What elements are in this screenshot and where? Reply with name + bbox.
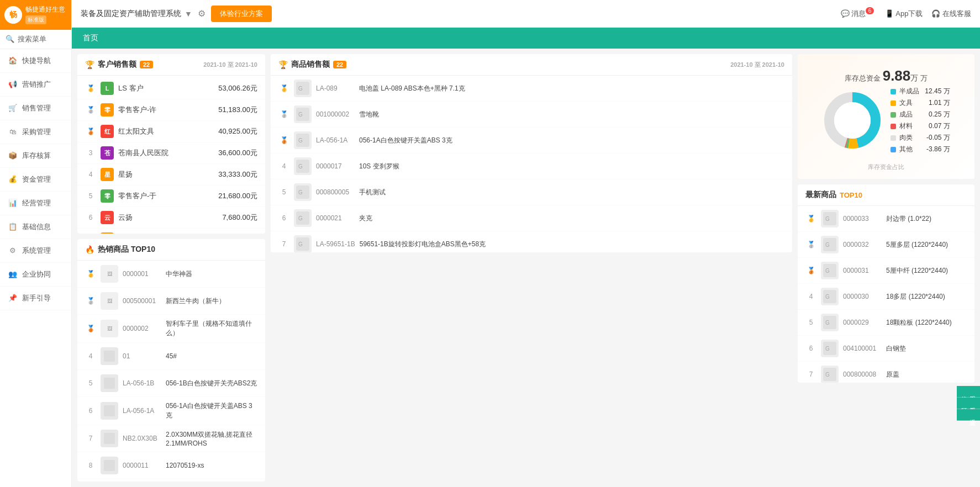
sidebar-item-guide[interactable]: 📌 新手引导 (0, 287, 71, 310)
product-name: 18颗粒板 (1220*2440) (886, 318, 967, 327)
legend-dot (891, 100, 896, 106)
product-code: 004100001 (843, 345, 882, 352)
hot-products-card: 🔥 热销商品 TOP10 🥇 🖼 0000001 中华神器 🥈 🖼 000500… (77, 239, 265, 481)
sidebar-item-basic[interactable]: 📋 基础信息 (0, 215, 71, 239)
sidebar: 畅 畅捷通好生意 标准版 🔍 搜索菜单 🏠 快捷导航📢 营销推广🛒 销售管理🛍 … (0, 0, 72, 487)
rank-num: 3 (85, 149, 96, 157)
legend-item: 肉类 -0.05 万 (891, 133, 950, 142)
product-image: G (294, 80, 312, 97)
quick-nav-icon: 🏠 (8, 56, 18, 66)
rank-num: 5 (805, 319, 816, 326)
inventory-card: 库存总资金 9.88万 万 (798, 54, 974, 179)
rank-amount: 33,333.00元 (218, 170, 257, 179)
app-label: App下载 (895, 9, 923, 18)
rank-amount: 53,006.26元 (218, 83, 257, 93)
svg-text:G: G (298, 86, 303, 92)
svg-text:G: G (825, 294, 830, 300)
float-buttons: 客服热线 服务社区 直播 (957, 386, 980, 421)
sidebar-item-inventory[interactable]: 📦 库存核算 (0, 144, 71, 168)
float-service[interactable]: 客服热线 (957, 386, 980, 398)
legend-name: 半成品 (899, 87, 921, 96)
product-name: 雪地靴 (359, 110, 784, 119)
settings-icon[interactable]: ⚙ (198, 8, 206, 19)
product-name: 夹克 (359, 214, 784, 223)
product-image (101, 374, 118, 392)
dropdown-icon[interactable]: ▼ (185, 9, 192, 18)
search-menu[interactable]: 🔍 搜索菜单 (0, 30, 71, 49)
product-image: G (821, 262, 839, 279)
logo-badge: 标准版 (25, 15, 46, 24)
rank-num: 6 (278, 214, 289, 222)
svg-rect-4 (104, 460, 115, 471)
sidebar-item-finance[interactable]: 💰 资金管理 (0, 168, 71, 192)
list-item: 🥇 🖼 0000001 中华神器 (77, 261, 265, 288)
legend-value: 0.07 万 (929, 121, 950, 131)
message-area[interactable]: 💬 消息 6 (841, 9, 877, 19)
customer-rank-list: 🥇 L LS 客户 53,006.26元 🥈 零 零售客户-许 51,183.0… (77, 76, 265, 234)
product-name: 45# (166, 352, 257, 360)
product-image: 🖼 (101, 292, 118, 310)
svg-rect-3 (104, 433, 115, 444)
sidebar-nav: 🏠 快捷导航📢 营销推广🛒 销售管理🛍 采购管理📦 库存核算💰 资金管理📊 经营… (0, 49, 71, 310)
rank-num: 6 (85, 407, 96, 415)
newest-title: 最新商品 (805, 190, 836, 200)
sidebar-item-marketing[interactable]: 📢 营销推广 (0, 73, 71, 97)
product-name: 5厘多层 (1220*2440) (886, 240, 967, 250)
svg-text:G: G (298, 112, 303, 118)
sidebar-label-operation: 经营管理 (22, 198, 51, 208)
rank-num: 5 (85, 192, 96, 200)
date-range2: 2021-10 至 2021-10 (730, 61, 784, 69)
online-service[interactable]: 🎧 在线客服 (931, 9, 971, 19)
finance-icon: 💰 (8, 174, 18, 184)
list-item: 🥉 🖼 0000002 智利车子里（规格不知道填什么） (77, 315, 265, 343)
product-code: 0000029 (843, 319, 882, 326)
hot-products-list: 🥇 🖼 0000001 中华神器 🥈 🖼 000500001 新西兰牛肉（新牛）… (77, 261, 265, 481)
product-code: NB2.0X30B (123, 435, 161, 442)
basic-icon: 📋 (8, 222, 18, 232)
product-code: 0000017 (316, 162, 355, 170)
message-icon: 💬 (841, 9, 850, 18)
rank-num: 7 (85, 435, 96, 442)
sidebar-item-quick-nav[interactable]: 🏠 快捷导航 (0, 49, 71, 73)
list-item: 4 G 0000030 18多层 (1220*2440) (798, 284, 974, 310)
sidebar-item-operation[interactable]: 📊 经营管理 (0, 192, 71, 215)
headset-icon: 🎧 (931, 9, 940, 18)
product-code: 0000011 (123, 462, 161, 469)
sidebar-item-sales[interactable]: 🛒 销售管理 (0, 97, 71, 120)
product-code: 0000030 (843, 293, 882, 300)
rank-num: 4 (85, 352, 96, 360)
legend-item: 材料 0.07 万 (891, 121, 950, 131)
rank-num: 4 (805, 293, 816, 300)
product-image: G (821, 210, 839, 227)
list-item: 6 G 004100001 白钢垫 (798, 336, 974, 362)
trial-button[interactable]: 体验行业方案 (211, 6, 272, 22)
sidebar-logo: 畅 畅捷通好生意 标准版 (0, 0, 71, 30)
float-community[interactable]: 服务社区 (957, 398, 980, 409)
table-row: 🥉 G LA-056-1A 056-1A白色按键开关盖ABS 3克 (271, 128, 792, 153)
rank-num: 🥇 (85, 270, 96, 278)
sidebar-item-system[interactable]: ⚙ 系统管理 (0, 239, 71, 263)
sidebar-item-purchase[interactable]: 🛍 采购管理 (0, 120, 71, 144)
list-item: 5 G 0000029 18颗粒板 (1220*2440) (798, 310, 974, 336)
topbar: 装备及固定资产辅助管理系统 ▼ ⚙ 体验行业方案 💬 消息 6 📱 App下载 … (72, 0, 980, 28)
float-live[interactable]: 直播 (957, 409, 980, 421)
table-row: 5 G 000800005 手机测试 (271, 179, 792, 205)
legend-value: 12.45 万 (925, 87, 950, 96)
legend-name: 肉类 (899, 133, 921, 142)
newest-products-list: 🥇 G 0000033 封边带 (1.0*22) 🥈 G 0000032 5厘多… (798, 206, 974, 383)
system-icon: ⚙ (8, 246, 18, 256)
mid-panel: 🏆 商品销售额 22 2021-10 至 2021-10 🥇 G LA-089 … (271, 54, 792, 481)
app-download[interactable]: 📱 App下载 (885, 9, 923, 19)
svg-text:G: G (825, 346, 830, 352)
svg-text:G: G (825, 320, 830, 326)
legend-name: 成品 (899, 110, 921, 119)
sidebar-item-enterprise[interactable]: 👥 企业协同 (0, 263, 71, 287)
product-image: G (294, 235, 312, 252)
table-row: 4 G 0000017 10S 变刹罗猴 (271, 153, 792, 179)
table-row: 3 苍 苍南县人民医院 36,600.00元 (77, 142, 265, 164)
guide-icon: 📌 (8, 293, 18, 303)
legend-value: 0.25 万 (929, 110, 950, 119)
main-content: 🏆 客户销售额 22 2021-10 至 2021-10 🥇 L LS 客户 5… (72, 49, 980, 487)
tab-home[interactable]: 首页 (72, 29, 109, 47)
product-image: 🖼 (101, 320, 118, 337)
